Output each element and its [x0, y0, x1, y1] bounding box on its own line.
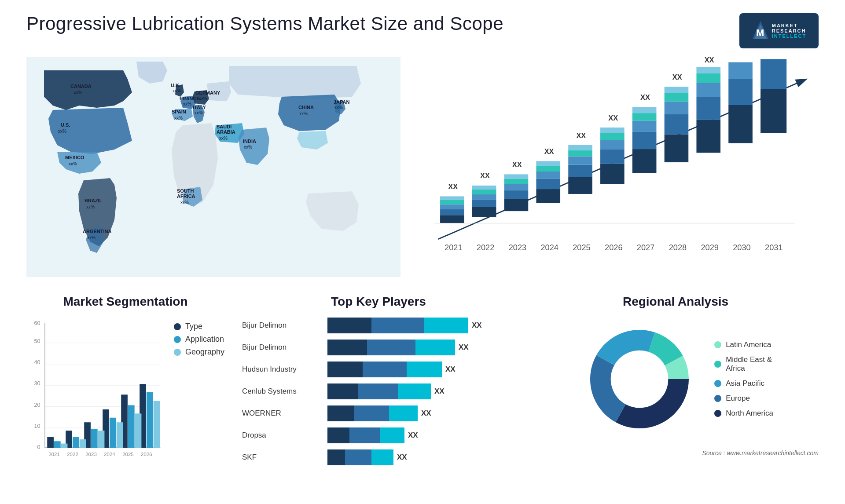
regional-content: Latin America Middle East &Africa Asia P… [533, 318, 819, 441]
svg-rect-80 [632, 149, 657, 173]
logo-area: M MARKET RESEARCH INTELLECT [739, 13, 819, 48]
svg-rect-38 [440, 215, 464, 223]
legend-geography: Geography [174, 347, 224, 357]
svg-text:GERMANY: GERMANY [195, 90, 220, 95]
player-val: XX [408, 431, 418, 440]
player-name: Dropsa [242, 431, 321, 440]
svg-text:xx%: xx% [87, 235, 96, 240]
svg-rect-46 [472, 200, 496, 207]
svg-point-154 [612, 351, 668, 407]
svg-text:XX: XX [544, 147, 554, 155]
application-dot [174, 336, 181, 343]
growth-bar-chart: XX 2021 XX 2022 XX 2023 [418, 57, 819, 277]
legend-asia-pacific: Asia Pacific [714, 379, 773, 388]
asia-pacific-label: Asia Pacific [726, 379, 764, 388]
svg-rect-141 [128, 405, 135, 448]
svg-text:U.S.: U.S. [61, 122, 70, 128]
svg-text:xx%: xx% [69, 161, 77, 166]
bar-seg3 [424, 318, 468, 333]
bar-seg3 [398, 383, 431, 399]
player-bar [327, 405, 418, 421]
svg-rect-142 [147, 392, 153, 448]
svg-rect-77 [600, 128, 625, 133]
segmentation-legend: Type Application Geography [174, 322, 224, 357]
player-bar-wrap: XX [327, 427, 515, 443]
page-header: Progressive Lubrication Systems Market S… [26, 13, 819, 48]
player-name: SKF [242, 453, 321, 462]
svg-text:xx%: xx% [199, 96, 207, 101]
svg-rect-61 [536, 172, 560, 179]
svg-text:xx%: xx% [86, 205, 95, 209]
svg-rect-56 [504, 174, 529, 179]
svg-rect-131 [47, 437, 54, 448]
player-bar [327, 383, 431, 399]
player-row: Hudsun Industry XX [242, 362, 515, 377]
svg-text:2025: 2025 [573, 243, 590, 252]
svg-rect-68 [568, 156, 592, 164]
svg-text:xx%: xx% [195, 110, 203, 115]
player-bar-wrap: XX [327, 318, 515, 333]
donut-chart [578, 318, 701, 441]
bar-seg1 [327, 405, 354, 421]
svg-text:2023: 2023 [85, 452, 97, 457]
bottom-row: Market Segmentation 0 10 20 30 40 50 60 [26, 295, 819, 497]
svg-text:2027: 2027 [637, 243, 654, 252]
svg-rect-88 [665, 114, 689, 135]
svg-text:20: 20 [34, 402, 40, 408]
svg-rect-42 [440, 196, 464, 200]
svg-rect-139 [91, 429, 98, 448]
svg-text:xx%: xx% [183, 102, 191, 106]
latin-america-label: Latin America [726, 340, 771, 349]
svg-text:xx%: xx% [173, 88, 181, 93]
svg-text:xx%: xx% [58, 129, 66, 134]
player-row: Bijur Delimon XX [242, 318, 515, 333]
svg-rect-95 [696, 97, 720, 120]
svg-text:xx%: xx% [299, 111, 308, 116]
svg-rect-60 [536, 179, 560, 189]
svg-text:AFRICA: AFRICA [177, 194, 195, 199]
svg-text:FRANCE: FRANCE [180, 96, 200, 101]
player-bar-wrap: XX [327, 362, 515, 377]
svg-rect-145 [98, 431, 105, 448]
segmentation-title: Market Segmentation [26, 295, 224, 309]
bar-seg3 [389, 405, 418, 421]
svg-text:2022: 2022 [67, 452, 78, 457]
svg-text:CHINA: CHINA [298, 105, 314, 110]
svg-rect-101 [728, 105, 753, 143]
svg-text:2028: 2028 [669, 243, 687, 252]
svg-text:XX: XX [705, 57, 714, 64]
svg-text:30: 30 [34, 380, 40, 387]
bar-seg3 [380, 427, 404, 443]
svg-text:BRAZIL: BRAZIL [84, 198, 103, 203]
player-bar [327, 427, 404, 443]
svg-rect-62 [536, 166, 560, 172]
bar-seg1 [327, 383, 358, 399]
player-val: XX [472, 321, 482, 330]
svg-rect-138 [73, 437, 79, 448]
player-name: Cenlub Systems [242, 387, 321, 396]
svg-rect-66 [568, 177, 592, 194]
svg-rect-106 [760, 89, 786, 133]
svg-text:MEXICO: MEXICO [65, 155, 84, 160]
segmentation-panel: Market Segmentation 0 10 20 30 40 50 60 [26, 295, 224, 497]
player-row: SKF XX [242, 449, 515, 465]
segmentation-chart: 0 10 20 30 40 50 60 2021 2022 2 [26, 318, 165, 467]
svg-rect-89 [665, 102, 689, 114]
bar-chart-panel: XX 2021 XX 2022 XX 2023 [418, 57, 819, 277]
bar-seg3 [371, 449, 393, 465]
svg-text:XX: XX [512, 161, 522, 168]
svg-text:JAPAN: JAPAN [334, 99, 350, 105]
svg-rect-53 [504, 190, 529, 199]
bar-seg1 [327, 362, 363, 377]
regional-panel: Regional Analysis [533, 295, 819, 497]
svg-text:2030: 2030 [733, 243, 750, 252]
middle-east-africa-label: Middle East &Africa [726, 355, 772, 373]
middle-east-africa-dot [714, 361, 721, 368]
svg-rect-69 [568, 150, 592, 157]
bar-seg1 [327, 318, 371, 333]
player-bar-wrap: XX [327, 405, 515, 421]
world-map: CANADA xx% U.S. xx% MEXICO xx% BRAZIL xx… [26, 57, 400, 277]
regional-legend: Latin America Middle East &Africa Asia P… [714, 340, 773, 418]
svg-text:2024: 2024 [540, 243, 558, 252]
player-val: XX [445, 365, 456, 374]
